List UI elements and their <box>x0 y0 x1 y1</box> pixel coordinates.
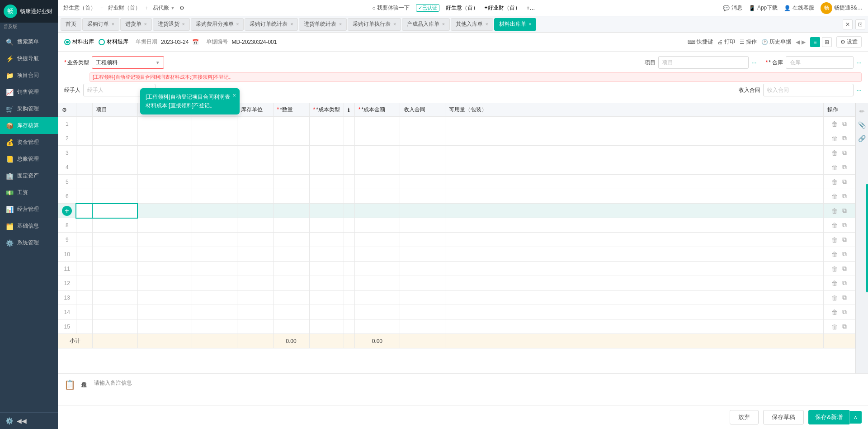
business-type-input[interactable]: 工程领料 ▼ <box>92 56 164 69</box>
sidebar-item-ledger[interactable]: 📒 总账管理 <box>0 151 58 167</box>
cell-qty[interactable] <box>273 276 309 291</box>
cell-cost-amount[interactable] <box>354 117 400 131</box>
cell-qty[interactable] <box>273 160 309 175</box>
sidebar-item-ops[interactable]: 📊 经营管理 <box>0 201 58 218</box>
print-btn[interactable]: 🖨 打印 <box>717 38 735 46</box>
delete-row-icon[interactable]: 🗑 <box>830 120 839 128</box>
cell-available[interactable] <box>445 160 823 175</box>
cell-spec[interactable] <box>192 276 237 291</box>
cell-cost-amount[interactable] <box>354 319 400 334</box>
cell-available[interactable] <box>445 247 823 262</box>
tab-close-icon[interactable]: × <box>144 22 147 27</box>
cell-contract[interactable] <box>400 131 445 146</box>
cell-material[interactable] <box>137 319 192 334</box>
copy-row-icon[interactable]: ⧉ <box>840 149 849 157</box>
copy-row-icon[interactable]: ⧉ <box>840 265 849 273</box>
delete-row-icon[interactable]: 🗑 <box>830 308 839 316</box>
cell-material[interactable] <box>137 276 192 291</box>
cell-cost-type[interactable] <box>309 218 344 233</box>
cell-spec[interactable] <box>192 291 237 305</box>
tab-home[interactable]: 首页 <box>61 18 81 31</box>
cell-material[interactable] <box>137 117 192 131</box>
copy-row-icon[interactable]: ⧉ <box>840 308 849 316</box>
cell-contract[interactable] <box>400 247 445 262</box>
tab-product-in[interactable]: 产成品入库单 × <box>402 18 450 31</box>
table-container[interactable]: ⚙ 项目 材料名称 规格型号 库存单位 *数量 *成本类型 ℹ *成本金额 收入… <box>58 103 855 373</box>
copy-row-icon[interactable]: ⧉ <box>840 120 849 128</box>
cell-cost-type[interactable] <box>309 262 344 276</box>
cell-unit[interactable] <box>237 291 273 305</box>
cell-contract[interactable] <box>400 262 445 276</box>
sidebar-item-basic[interactable]: 🗂️ 基础信息 <box>0 218 58 234</box>
sidebar-item-system[interactable]: ⚙️ 系统管理 <box>0 234 58 251</box>
cell-cost-type[interactable] <box>309 160 344 175</box>
cell-cost-amount[interactable] <box>354 233 400 247</box>
cell-spec[interactable] <box>192 146 237 160</box>
delete-row-icon[interactable]: 🗑 <box>830 265 839 273</box>
cell-available[interactable] <box>445 319 823 334</box>
active-cell-col10[interactable] <box>445 204 823 218</box>
copy-row-icon[interactable]: ⧉ <box>840 294 849 302</box>
cell-cost-amount[interactable] <box>354 262 400 276</box>
cell-available[interactable] <box>445 305 823 319</box>
tooltip-close-btn[interactable]: × <box>232 91 236 100</box>
cell-qty[interactable] <box>273 146 309 160</box>
cell-project[interactable] <box>92 233 137 247</box>
delete-row-icon[interactable]: 🗑 <box>830 163 839 172</box>
cell-qty[interactable] <box>273 305 309 319</box>
cell-material[interactable] <box>137 262 192 276</box>
cell-project[interactable] <box>92 276 137 291</box>
copy-row-icon[interactable]: ⧉ <box>840 192 849 200</box>
cell-cost-type[interactable] <box>309 146 344 160</box>
customer-service-btn[interactable]: 👤 在线客服 <box>784 4 814 12</box>
cell-unit[interactable] <box>237 131 273 146</box>
cell-cost-amount[interactable] <box>354 276 400 291</box>
sidebar-item-quick-nav[interactable]: ⚡ 快捷导航 <box>0 50 58 67</box>
nav-haoshengyi[interactable]: 好生意（首） <box>63 4 96 12</box>
cell-spec[interactable] <box>192 218 237 233</box>
cell-project[interactable] <box>92 262 137 276</box>
tab-close-icon[interactable]: × <box>290 22 293 27</box>
cell-cost-type[interactable] <box>309 175 344 189</box>
cell-unit[interactable] <box>237 262 273 276</box>
cell-spec[interactable] <box>192 305 237 319</box>
cell-cost-amount[interactable] <box>354 218 400 233</box>
cell-spec[interactable] <box>192 131 237 146</box>
cell-cost-amount[interactable] <box>354 291 400 305</box>
cell-project[interactable] <box>92 189 137 204</box>
copy-row-icon[interactable]: ⧉ <box>840 236 849 244</box>
delete-row-icon[interactable]: 🗑 <box>830 236 839 244</box>
history-btn[interactable]: 🕑 历史单据 <box>761 38 791 46</box>
settings-btn[interactable]: ⚙ 设置 <box>836 36 862 48</box>
tab-purchase-exec[interactable]: 采购订单执行表 × <box>348 18 401 31</box>
sidebar-item-sales[interactable]: 📈 销售管理 <box>0 84 58 100</box>
cell-available[interactable] <box>445 146 823 160</box>
delete-row-icon[interactable]: 🗑 <box>830 323 839 331</box>
active-cell-col2[interactable] <box>92 204 137 218</box>
delete-row-icon[interactable]: 🗑 <box>830 149 839 157</box>
tab-close-icon[interactable]: × <box>112 22 114 27</box>
cell-contract[interactable] <box>400 146 445 160</box>
cell-unit[interactable] <box>237 305 273 319</box>
cell-cost-type[interactable] <box>309 305 344 319</box>
cell-available[interactable] <box>445 291 823 305</box>
right-icon-attach[interactable]: 📎 <box>857 120 867 130</box>
settings-gear-icon[interactable]: ⚙️ <box>5 417 13 424</box>
sidebar-item-assets[interactable]: 🏢 固定资产 <box>0 167 58 184</box>
cell-contract[interactable] <box>400 305 445 319</box>
delete-row-icon[interactable]: 🗑 <box>830 192 839 200</box>
save-new-button[interactable]: 保存&新增 <box>808 410 849 424</box>
cell-contract[interactable] <box>400 218 445 233</box>
cell-cost-type[interactable] <box>309 319 344 334</box>
nav-settings-btn[interactable]: ⚙ <box>179 5 184 11</box>
right-icon-link[interactable]: 🔗 <box>857 133 867 143</box>
cell-cost-amount[interactable] <box>354 146 400 160</box>
cell-available[interactable] <box>445 233 823 247</box>
cell-material[interactable] <box>137 146 192 160</box>
cell-contract[interactable] <box>400 291 445 305</box>
right-icon-edit[interactable]: ✏ <box>857 106 867 116</box>
cell-available[interactable] <box>445 262 823 276</box>
discard-button[interactable]: 放弃 <box>730 410 759 424</box>
cell-spec[interactable] <box>192 175 237 189</box>
cell-project[interactable] <box>92 291 137 305</box>
